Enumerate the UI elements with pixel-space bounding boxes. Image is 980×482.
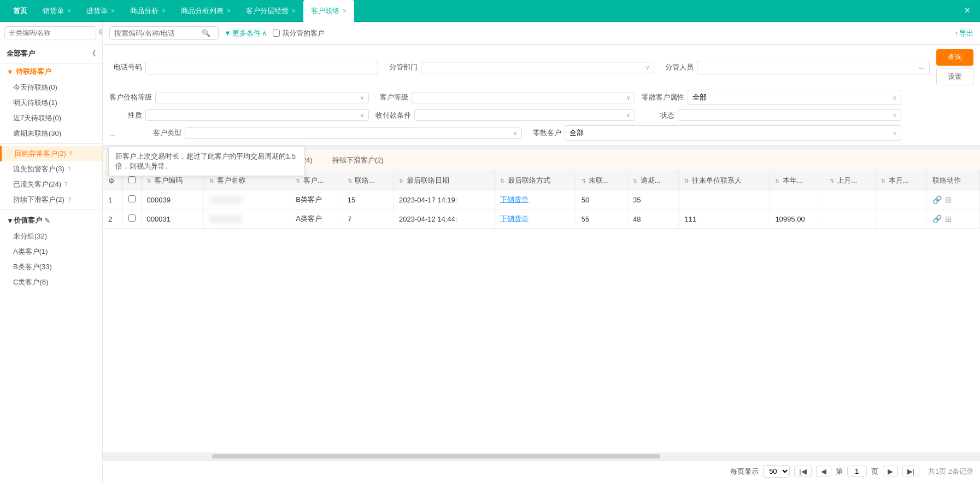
export-button[interactable]: ↑ 导出 [955, 28, 974, 38]
row1-check[interactable] [128, 195, 136, 202]
per-page-select[interactable]: 50 [763, 465, 790, 478]
row1-more-icon[interactable]: ⊞ [945, 195, 952, 204]
col-this-year[interactable]: ⇅ 本年... [770, 171, 824, 190]
row2-contact-icon[interactable]: 🔗 [932, 214, 942, 223]
more-conditions-btn[interactable]: ▼ 更多条件 ∧ [224, 28, 267, 38]
sidebar-item-repurchase-abnormal[interactable]: 回购异常客户(2) ? [0, 146, 102, 161]
sidebar-value-group[interactable]: ▼ 价值客户 ✎ [0, 212, 102, 229]
settings-icon[interactable]: ⚙ [108, 177, 115, 185]
customer-type-select[interactable]: ∨ [185, 127, 522, 139]
close-all-tabs[interactable]: × [960, 5, 975, 16]
main-search-icon[interactable]: 🔍 [202, 29, 210, 37]
row1-checkbox[interactable] [122, 190, 141, 210]
nav-tab-product-analysis[interactable]: 商品分析 × [122, 0, 173, 22]
sidebar-item-c-class[interactable]: C类客户(6) [0, 275, 102, 290]
last-month-sort-icon: ⇅ [830, 178, 834, 184]
sidebar-item-b-class[interactable]: B类客户(33) [0, 259, 102, 275]
row2-code: 000031 [141, 210, 203, 229]
col-contact-person[interactable]: ⇅ 往来单位联系人 [679, 171, 770, 190]
dept-select[interactable]: ∨ [421, 62, 654, 73]
query-button[interactable]: 查询 [936, 49, 973, 66]
main-layout: 🔍 全部客户 《 ▼ 待联络客户 今天待联络(0) 明天待联络(1) 近7天待联… [0, 22, 980, 482]
payment-select[interactable]: ∨ [414, 109, 635, 121]
col-last-contact-date[interactable]: ⇅ 最后联络日期 [394, 171, 495, 190]
manager-dots-icon[interactable]: ··· [919, 63, 925, 72]
sidebar-search-input[interactable] [4, 26, 96, 39]
sidebar-item-7days[interactable]: 近7天待联络(0) [0, 111, 102, 126]
settings-button[interactable]: 设置 [936, 68, 973, 85]
sidebar-item-lost-customers[interactable]: 已流失客户(24) ? [0, 177, 102, 192]
col-last-month[interactable]: ⇅ 上月... [824, 171, 875, 190]
col-action: 联络动作 [927, 171, 980, 190]
row2-check[interactable] [128, 214, 136, 222]
nav-tab-customer-layered[interactable]: 客户分层经营 × [238, 0, 303, 22]
col-contact-count[interactable]: ⇅ 联络... [342, 171, 393, 190]
sidebar-item-tomorrow[interactable]: 明天待联络(1) [0, 95, 102, 111]
sidebar-item-overdue[interactable]: 逾期未联络(30) [0, 126, 102, 141]
next-page-button[interactable]: ▶ [883, 466, 898, 477]
sidebar-pending-contact-group[interactable]: ▼ 待联络客户 [0, 63, 102, 80]
nav-tab-product-analysis-list[interactable]: 商品分析列表 × [173, 0, 238, 22]
col-last-contact-method[interactable]: ⇅ 最后联络方式 [495, 171, 576, 190]
sidebar-collapse-icon[interactable]: 《 [89, 49, 96, 59]
help-icon-repurchase: ? [69, 150, 73, 157]
sidebar-search-icon[interactable]: 🔍 [98, 29, 103, 37]
prev-page-button[interactable]: ◀ [816, 466, 831, 477]
row2-more-icon[interactable]: ⊞ [945, 214, 952, 223]
close-customer-contact-tab[interactable]: × [343, 7, 347, 15]
col-not-contacted[interactable]: ⇅ 未联... [576, 171, 627, 190]
sidebar-item-a-class[interactable]: A类客户(1) [0, 244, 102, 259]
close-product-analysis-tab[interactable]: × [162, 7, 166, 15]
row1-this-year [770, 190, 824, 210]
page-number-input[interactable] [847, 466, 867, 477]
nav-tab-home[interactable]: 首页 [5, 0, 35, 22]
sidebar-item-ungrouped[interactable]: 未分组(32) [0, 229, 102, 244]
col-this-month[interactable]: ⇅ 本月... [876, 171, 927, 190]
last-page-button[interactable]: ▶| [902, 466, 919, 477]
row2-checkbox[interactable] [122, 210, 141, 229]
row1-contact-icon[interactable]: 🔗 [932, 195, 942, 204]
close-sales-tab[interactable]: × [67, 7, 71, 15]
filter-icon: ▼ [224, 29, 231, 37]
nav-tab-sales[interactable]: 销货单 × [35, 0, 79, 22]
my-customers-checkbox[interactable]: 我分管的客户 [273, 28, 325, 38]
row2-last-contact-method[interactable]: 下销货单 [495, 210, 576, 229]
retail-customer-select[interactable]: 全部 ∨ [565, 125, 902, 141]
dept-chevron-icon: ∨ [645, 65, 649, 71]
sidebar-item-lost-risk[interactable]: 流失预警客户(3) ? [0, 161, 102, 177]
row2-name-blurred [209, 215, 242, 223]
nav-tab-purchase[interactable]: 进货单 × [79, 0, 122, 22]
gender-select[interactable]: ∨ [145, 109, 369, 121]
status-select[interactable]: ∨ [678, 109, 901, 121]
nav-tab-customer-contact[interactable]: 客户联络 × [303, 0, 354, 22]
phone-input[interactable] [145, 61, 378, 74]
group-tab-declining[interactable]: 持续下滑客户(2) [326, 153, 390, 167]
sidebar-item-today[interactable]: 今天待联络(0) [0, 80, 102, 95]
retail-attr-select[interactable]: 全部 ∨ [688, 90, 901, 105]
col-overdue[interactable]: ⇅ 逾期... [627, 171, 679, 190]
my-customers-check[interactable] [273, 30, 280, 37]
value-group-icons[interactable]: ✎ [44, 217, 50, 225]
row1-last-contact-method[interactable]: 下销货单 [495, 190, 576, 210]
select-all-checkbox[interactable] [128, 176, 136, 183]
main-search-input[interactable] [114, 29, 202, 37]
customer-level-select[interactable]: ∨ [412, 92, 635, 103]
sidebar-item-declining[interactable]: 持续下滑客户(2) ? [0, 192, 102, 207]
filter-dots: ... [109, 129, 142, 137]
price-level-select[interactable]: ∨ [155, 92, 369, 103]
close-purchase-tab[interactable]: × [111, 7, 115, 15]
first-page-button[interactable]: |◀ [794, 466, 811, 477]
sidebar: 🔍 全部客户 《 ▼ 待联络客户 今天待联络(0) 明天待联络(1) 近7天待联… [0, 22, 103, 482]
this-month-sort-icon: ⇅ [881, 178, 885, 184]
contact-person-sort-icon: ⇅ [684, 178, 689, 184]
scroll-thumb[interactable] [212, 454, 660, 458]
filter-row-3: 性质 ∨ 收付款条件 ∨ 状态 [109, 109, 973, 121]
top-navigation: 首页 销货单 × 进货单 × 商品分析 × 商品分析列表 × 客户分层经营 × … [0, 0, 980, 22]
horizontal-scrollbar[interactable] [103, 452, 980, 460]
main-search-box[interactable]: 🔍 [109, 26, 219, 40]
close-customer-layered-tab[interactable]: × [292, 7, 296, 15]
close-product-analysis-list-tab[interactable]: × [227, 7, 231, 15]
row1-last-month [824, 190, 875, 210]
manager-select[interactable]: ··· [697, 61, 930, 74]
this-year-sort-icon: ⇅ [775, 178, 779, 184]
